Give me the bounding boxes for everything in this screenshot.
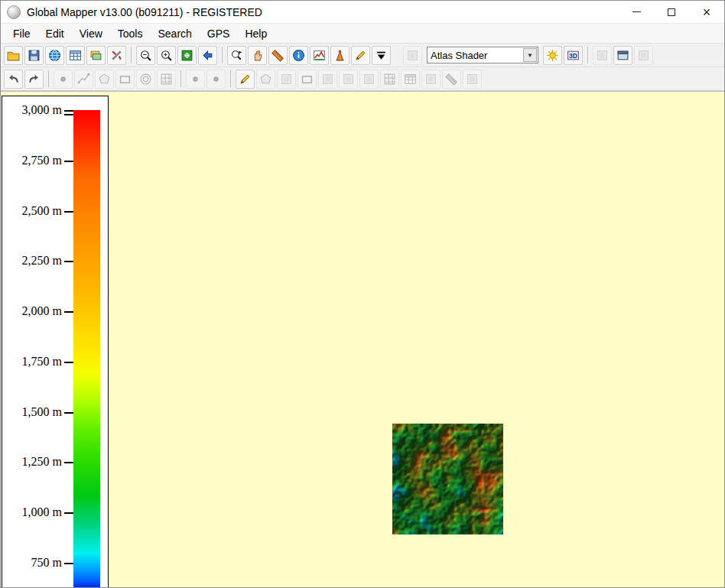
raster-options-button[interactable]	[634, 46, 653, 65]
full-view-button[interactable]	[177, 46, 197, 65]
pan-tool-button[interactable]	[248, 46, 267, 65]
create-rectangle-feature-button[interactable]	[115, 70, 135, 89]
path-profile-tool-button[interactable]	[310, 46, 329, 65]
map-canvas[interactable]: 3,000 m2,750 m2,500 m2,250 m2,000 m1,750…	[1, 91, 724, 587]
zoom-tool-button[interactable]	[227, 46, 246, 65]
legend-label: 2,500 m	[2, 204, 62, 218]
open-data-files-button[interactable]	[4, 46, 23, 65]
image-swipe-tool-button[interactable]	[403, 46, 422, 65]
toolbar-separator	[131, 47, 132, 63]
attribute-editor-button[interactable]	[401, 70, 420, 89]
map-catalog-icon	[69, 49, 82, 62]
delete-features-button[interactable]	[463, 70, 482, 89]
previous-view-icon	[201, 49, 214, 62]
line-of-sight-tool-button[interactable]	[593, 46, 612, 65]
overlay-control-center-button[interactable]	[86, 46, 106, 65]
legend-label: 1,000 m	[2, 505, 62, 519]
menu-item-view[interactable]: View	[72, 25, 110, 42]
combo-dropdown-arrow-icon[interactable]: ▼	[523, 48, 537, 62]
zoom-in-icon	[160, 49, 173, 62]
combine-features-button[interactable]	[256, 70, 275, 89]
copy-features-button[interactable]	[421, 70, 441, 89]
legend-tick	[64, 261, 73, 262]
digitizer-tool-icon	[354, 49, 367, 62]
undo-button[interactable]	[4, 70, 23, 89]
redo-button[interactable]	[24, 70, 44, 89]
map-catalog-button[interactable]	[66, 46, 85, 65]
legend-tick	[64, 362, 73, 363]
delete-vertex-icon	[210, 73, 223, 86]
menu-item-tools[interactable]: Tools	[110, 25, 151, 42]
configuration-button[interactable]	[107, 46, 126, 65]
create-range-rings-icon	[139, 73, 152, 86]
zoom-out-button[interactable]	[136, 46, 155, 65]
toolbar-separator	[180, 70, 181, 87]
scale-features-button[interactable]	[339, 70, 358, 89]
redo-icon	[28, 73, 41, 86]
split-features-button[interactable]	[277, 70, 296, 89]
rotate-features-button[interactable]	[318, 70, 337, 89]
legend-tick	[64, 110, 73, 112]
crop-features-button[interactable]	[297, 70, 317, 89]
trace-feature-button[interactable]	[236, 70, 255, 89]
insert-vertex-button[interactable]	[186, 70, 205, 89]
legend-tick	[64, 211, 73, 213]
menu-bar: FileEditViewToolsSearchGPSHelp	[1, 23, 724, 43]
maximize-icon	[668, 8, 675, 16]
feature-info-tool-icon	[292, 49, 305, 62]
zoom-in-button[interactable]	[157, 46, 176, 65]
delete-vertex-button[interactable]	[206, 70, 226, 89]
download-online-imagery-button[interactable]	[45, 46, 64, 65]
menu-item-search[interactable]: Search	[150, 25, 199, 42]
window-controls: ×	[619, 1, 724, 23]
hill-shading-toggle-button[interactable]	[543, 46, 562, 65]
window-title: Global Mapper v13.00 (b091211) - REGISTE…	[27, 6, 262, 18]
show-3d-view-button[interactable]: 3D	[564, 46, 583, 65]
more-tools-dropdown-icon	[375, 49, 388, 62]
create-point-feature-button[interactable]	[54, 70, 73, 89]
more-tools-dropdown-button[interactable]	[372, 46, 391, 65]
insert-vertex-icon	[189, 73, 202, 86]
move-features-button[interactable]	[359, 70, 379, 89]
map-layout-editor-button[interactable]	[613, 46, 632, 65]
previous-view-button[interactable]	[198, 46, 217, 65]
menu-item-edit[interactable]: Edit	[38, 25, 72, 42]
shader-select[interactable]: Atlas Shader▼	[427, 47, 538, 63]
toolbar-separator	[48, 70, 49, 87]
feature-info-tool-button[interactable]	[289, 46, 308, 65]
menu-item-help[interactable]: Help	[237, 25, 275, 42]
create-area-feature-button[interactable]	[95, 70, 114, 89]
save-workspace-button[interactable]	[24, 46, 44, 65]
view-shed-tool-button[interactable]	[330, 46, 349, 65]
legend-tick	[64, 114, 73, 115]
open-data-files-icon	[7, 49, 20, 62]
legend-label: 750 m	[2, 556, 62, 570]
create-line-feature-button[interactable]	[74, 70, 93, 89]
minimize-button[interactable]	[619, 1, 654, 23]
measure-features-button[interactable]	[442, 70, 461, 89]
create-range-rings-button[interactable]	[136, 70, 155, 89]
zoom-out-icon	[139, 49, 152, 62]
legend-tick	[64, 412, 73, 414]
create-grid-feature-button[interactable]	[157, 70, 176, 89]
snap-features-button[interactable]	[380, 70, 399, 89]
measure-tool-button[interactable]	[268, 46, 288, 65]
toolbar-separator	[222, 47, 223, 63]
create-grid-feature-icon	[160, 73, 173, 86]
toolbar-spacer	[392, 55, 402, 56]
maximize-button[interactable]	[654, 1, 689, 23]
rotate-features-icon	[321, 73, 334, 86]
close-icon: ×	[703, 5, 711, 19]
hill-shading-toggle-icon	[546, 49, 559, 62]
digitizer-tool-button[interactable]	[351, 46, 370, 65]
shader-select-value: Atlas Shader	[428, 50, 523, 61]
pan-tool-icon	[251, 49, 264, 62]
view-shed-tool-icon	[333, 49, 346, 62]
split-features-icon	[280, 73, 293, 86]
close-button[interactable]: ×	[689, 1, 724, 23]
menu-item-file[interactable]: File	[5, 25, 38, 42]
crop-features-icon	[301, 73, 314, 86]
menu-item-gps[interactable]: GPS	[200, 25, 238, 42]
legend-tick	[64, 512, 73, 514]
combine-features-icon	[259, 73, 272, 86]
